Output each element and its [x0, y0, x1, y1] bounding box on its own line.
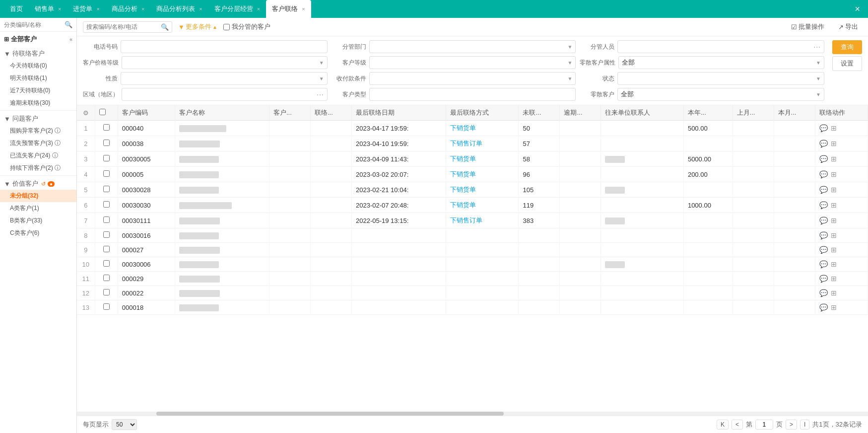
tab-product-analysis[interactable]: 商品分析 ×: [106, 0, 150, 18]
sidebar-item-no-group[interactable]: 未分组(32): [0, 190, 76, 202]
page-size-select[interactable]: 50 100 200: [112, 419, 137, 430]
sidebar-item-a-class[interactable]: A类客户(1): [0, 202, 76, 215]
payment-select[interactable]: ▼: [369, 72, 576, 85]
phone-action-icon[interactable]: 💬: [819, 275, 828, 283]
phone-action-icon[interactable]: 💬: [819, 216, 828, 224]
row-checkbox[interactable]: [103, 170, 110, 177]
phone-input[interactable]: [121, 40, 328, 53]
tab-customer-tier[interactable]: 客户分层经营 ×: [208, 0, 266, 18]
sidebar-item-c-class[interactable]: C类客户(6): [0, 227, 76, 239]
settings-icon[interactable]: ⚙: [77, 105, 95, 121]
tab-purchase-order[interactable]: 进货单 ×: [67, 0, 105, 18]
grid-action-icon[interactable]: ⊞: [831, 216, 837, 224]
search-input[interactable]: [86, 23, 159, 30]
tab-sales-order[interactable]: 销售单 ×: [29, 0, 67, 18]
retail-attr-select[interactable]: 全部▼: [618, 56, 824, 69]
more-conditions-btn[interactable]: ▼ 更多条件 ▲: [178, 22, 217, 31]
last-contact-way[interactable]: 下销货单: [450, 186, 476, 193]
phone-action-icon[interactable]: 💬: [819, 186, 828, 194]
close-tab-purchase-order[interactable]: ×: [96, 6, 99, 12]
sidebar-item-b-class[interactable]: B类客户(33): [0, 215, 76, 227]
last-page-btn[interactable]: I: [800, 420, 809, 430]
last-contact-way[interactable]: 下销货单: [450, 155, 476, 162]
sidebar-search-icon[interactable]: 🔍: [65, 21, 72, 28]
grid-action-icon[interactable]: ⊞: [831, 170, 837, 178]
batch-op-btn[interactable]: ☑ 批量操作: [787, 21, 828, 33]
sidebar-item-declining[interactable]: 持续下滑客户(2) ⓘ: [0, 162, 76, 174]
prev-page-btn[interactable]: <: [732, 420, 743, 430]
sidebar-item-7day-contact[interactable]: 近7天待联络(0): [0, 84, 76, 97]
row-checkbox[interactable]: [103, 303, 110, 310]
phone-action-icon[interactable]: 💬: [819, 201, 828, 209]
grid-action-icon[interactable]: ⊞: [831, 155, 837, 163]
phone-action-icon[interactable]: 💬: [819, 303, 828, 311]
sidebar-item-churned[interactable]: 已流失客户(24) ⓘ: [0, 149, 76, 162]
phone-action-icon[interactable]: 💬: [819, 124, 828, 132]
last-contact-way[interactable]: 下销货单: [450, 201, 476, 209]
my-customers-checkbox[interactable]: [223, 24, 230, 30]
home-tab[interactable]: 首页: [4, 4, 29, 13]
last-contact-way[interactable]: 下销售订单: [450, 216, 482, 224]
grid-action-icon[interactable]: ⊞: [831, 260, 837, 268]
phone-action-icon[interactable]: 💬: [819, 289, 828, 297]
region-input[interactable]: ···: [122, 88, 328, 101]
retail-cust-select[interactable]: 全部▼: [617, 88, 824, 101]
my-customers-checkbox-label[interactable]: 我分管的客户: [223, 22, 270, 31]
grid-action-icon[interactable]: ⊞: [831, 246, 837, 254]
row-checkbox[interactable]: [103, 155, 110, 161]
grid-action-icon[interactable]: ⊞: [831, 140, 837, 147]
grid-action-icon[interactable]: ⊞: [831, 231, 837, 239]
dept-select[interactable]: ▼: [369, 40, 576, 53]
query-button[interactable]: 查询: [832, 40, 862, 54]
sidebar-item-overdue-contact[interactable]: 逾期未联络(30): [0, 97, 76, 109]
row-checkbox[interactable]: [103, 201, 110, 208]
phone-action-icon[interactable]: 💬: [819, 246, 828, 254]
last-contact-way[interactable]: 下销售订单: [450, 140, 482, 147]
grid-action-icon[interactable]: ⊞: [831, 303, 837, 311]
group-problem-customers[interactable]: ▼ 问题客户: [0, 112, 76, 125]
row-checkbox[interactable]: [103, 140, 110, 146]
grid-action-icon[interactable]: ⊞: [831, 289, 837, 297]
search-icon[interactable]: 🔍: [161, 23, 169, 31]
collapse-sidebar-btn[interactable]: «: [69, 36, 72, 42]
grid-action-icon[interactable]: ⊞: [831, 186, 837, 194]
status-select[interactable]: ▼: [617, 72, 824, 85]
last-contact-way[interactable]: 下销货单: [450, 170, 476, 178]
sidebar-item-tomorrow-contact[interactable]: 明天待联络(1): [0, 72, 76, 84]
phone-action-icon[interactable]: 💬: [819, 140, 828, 147]
horizontal-scrollbar[interactable]: [77, 412, 868, 416]
first-page-btn[interactable]: K: [717, 420, 729, 430]
manager-input[interactable]: ···: [617, 40, 824, 53]
grid-action-icon[interactable]: ⊞: [831, 201, 837, 209]
row-checkbox[interactable]: [103, 124, 110, 131]
reset-button[interactable]: 设置: [832, 56, 862, 71]
page-input[interactable]: [755, 420, 773, 430]
phone-action-icon[interactable]: 💬: [819, 170, 828, 178]
row-checkbox[interactable]: [103, 275, 110, 281]
cust-tier-select[interactable]: ▼: [369, 56, 576, 69]
close-all-tabs[interactable]: ×: [851, 4, 864, 14]
grid-action-icon[interactable]: ⊞: [831, 275, 837, 283]
tab-customer-contact[interactable]: 客户联络 ×: [266, 0, 311, 18]
cust-type-input[interactable]: [369, 88, 576, 101]
last-contact-way[interactable]: 下销货单: [450, 124, 476, 132]
close-tab-product-analysis-list[interactable]: ×: [199, 6, 202, 12]
price-tier-select[interactable]: ▼: [122, 56, 328, 69]
row-checkbox[interactable]: [103, 186, 110, 192]
row-checkbox[interactable]: [103, 246, 110, 252]
group-pending-contact[interactable]: ▼ 待联络客户: [0, 47, 76, 60]
grid-action-icon[interactable]: ⊞: [831, 124, 837, 132]
row-checkbox[interactable]: [103, 216, 110, 223]
sidebar-item-churn-warning[interactable]: 流失预警客户(3) ⓘ: [0, 137, 76, 149]
phone-action-icon[interactable]: 💬: [819, 231, 828, 239]
refresh-icon[interactable]: ↺: [41, 181, 46, 187]
close-tab-product-analysis[interactable]: ×: [141, 6, 144, 12]
close-tab-customer-tier[interactable]: ×: [257, 6, 260, 12]
phone-action-icon[interactable]: 💬: [819, 260, 828, 268]
next-page-btn[interactable]: >: [786, 420, 797, 430]
close-tab-sales-order[interactable]: ×: [58, 6, 61, 12]
sidebar-item-abnormal-stockpile[interactable]: 囤购异常客户(2) ⓘ: [0, 125, 76, 137]
scrollbar-thumb[interactable]: [156, 412, 504, 416]
sidebar-search-input[interactable]: [4, 21, 63, 28]
nature-select[interactable]: ▼: [121, 72, 328, 85]
